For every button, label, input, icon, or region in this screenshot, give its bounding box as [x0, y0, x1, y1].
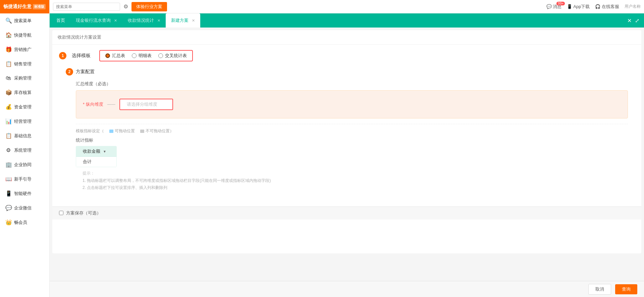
tab-receipts-close[interactable]: ✕: [157, 18, 160, 23]
tab-cashflow-close[interactable]: ✕: [114, 18, 117, 23]
step1-section: 1 选择模板 汇总表 明细表 交叉统计表: [52, 45, 641, 206]
close-window-icon[interactable]: ✕: [627, 17, 632, 24]
content-area: 收款情况统计方案设置 1 选择模板 汇总表 明细表: [50, 28, 644, 281]
not-draggable-label: 不可拖动位置）: [146, 128, 174, 134]
sidebar-item-label: 新手引导: [14, 176, 32, 182]
guide-icon: 📖: [5, 176, 11, 182]
query-button[interactable]: 查询: [615, 284, 637, 294]
inventory-icon: 📦: [5, 89, 11, 96]
sidebar-item-quicknav[interactable]: 🏠 快捷导航: [0, 28, 49, 42]
cancel-button[interactable]: 取消: [588, 284, 611, 295]
tips-section: 提示： 1. 拖动标题栏可以调整布局，不可跨维度或指标区域拖动栏目字段(只能在同…: [76, 167, 628, 196]
sidebar-item-marketing[interactable]: 🎁 营销推广: [0, 42, 49, 57]
step1-label: 选择模板: [72, 53, 91, 59]
sidebar-item-operation[interactable]: 📊 经营管理: [0, 114, 49, 129]
sidebar-item-hardware[interactable]: 📱 智能硬件: [0, 186, 49, 201]
tip2: 2. 点击标题栏下拉可设置排序、插入列和删除列: [83, 184, 621, 192]
sidebar-item-label: 畅会员: [14, 219, 27, 226]
tips-title: 提示：: [83, 171, 95, 176]
stats-table-header[interactable]: 收款金额 ▼: [76, 146, 116, 157]
sidebar-item-corp[interactable]: 🏢 企业协同: [0, 157, 49, 172]
sidebar-item-system[interactable]: ⚙ 系统管理: [0, 143, 49, 157]
notification-count: 99+: [556, 2, 565, 5]
sidebar: 畅捷通好生意 标准版 🔍 搜索菜单 🏠 快捷导航 🎁 营销推广 📋 销售管理 🛍…: [0, 0, 50, 297]
dimension-area: * 纵向维度 —— 请选择分组维度: [76, 90, 628, 118]
radio-detail-input[interactable]: [132, 53, 137, 58]
sidebar-item-basic[interactable]: 📋 基础信息: [0, 129, 49, 143]
dimension-row-label: * 纵向维度: [83, 101, 103, 107]
radio-detail[interactable]: 明细表: [132, 53, 152, 59]
not-draggable-tag: 不可拖动位置）: [140, 128, 174, 134]
sidebar-item-label: 销售管理: [14, 61, 32, 67]
search-area[interactable]: [53, 3, 120, 11]
sidebar-item-label: 智能硬件: [14, 191, 32, 197]
sidebar-item-label: 企业协同: [14, 162, 32, 168]
gift-icon: 🎁: [5, 46, 11, 53]
tab-receipts[interactable]: 收款情况统计 ✕: [122, 13, 166, 28]
stats-table: 收款金额 ▼ 合计: [76, 146, 117, 167]
metrics-header: 模板指标设定（ 可拖动位置 不可拖动位置）: [76, 128, 628, 134]
finance-icon: 💰: [5, 104, 11, 110]
member-icon: 👑: [5, 219, 11, 226]
tab-newplan[interactable]: 新建方案 ✕: [166, 13, 200, 28]
notification-btn[interactable]: 💬 消息 99+: [546, 4, 562, 10]
radio-summary-input[interactable]: [105, 53, 110, 58]
radio-detail-label: 明细表: [139, 53, 152, 59]
sidebar-item-label: 资金管理: [14, 104, 32, 110]
step2-row: 2 方案配置: [66, 68, 628, 76]
draggable-label: 可拖动位置: [115, 128, 135, 134]
sidebar-item-label: 营销推广: [14, 47, 32, 53]
download-btn[interactable]: 📱 App下载: [567, 4, 590, 10]
corp-icon: 🏢: [5, 161, 11, 168]
search-icon: 🔍: [5, 17, 11, 24]
sidebar-item-inventory[interactable]: 📦 库存核算: [0, 85, 49, 100]
radio-cross-input[interactable]: [158, 53, 163, 58]
operation-icon: 📊: [5, 118, 11, 125]
step1-row: 1 选择模板 汇总表 明细表 交叉统计表: [59, 50, 635, 61]
version-badge: 标准版: [33, 4, 46, 9]
sidebar-item-finance[interactable]: 💰 资金管理: [0, 100, 49, 114]
tab-receipts-label: 收款情况统计: [128, 17, 154, 23]
sidebar-item-purchase[interactable]: 🛍 采购管理: [0, 71, 49, 85]
dimension-title: 汇总维度（必选）: [76, 81, 628, 87]
settings-icon[interactable]: ⚙: [123, 3, 128, 10]
radio-cross[interactable]: 交叉统计表: [158, 53, 187, 59]
save-label: 方案保存（可选）: [66, 210, 101, 216]
sidebar-item-label: 搜索菜单: [14, 18, 32, 24]
step2-label: 方案配置: [76, 69, 95, 75]
metrics-title-text: 模板指标设定（: [76, 128, 104, 134]
topbar-right: 💬 消息 99+ 📱 App下载 🎧 在线客服 用户名称: [546, 4, 641, 10]
sidebar-item-label: 系统管理: [14, 147, 32, 153]
tab-home[interactable]: 首页: [51, 13, 70, 28]
main-area: ⚙ 体验行业方案 💬 消息 99+ 📱 App下载 🎧 在线客服 用户名称 首页…: [50, 0, 644, 297]
home-icon: 🏠: [5, 32, 11, 38]
dimension-select[interactable]: 请选择分组维度: [119, 99, 173, 110]
sidebar-item-label: 企业微信: [14, 205, 32, 211]
sidebar-item-label: 库存核算: [14, 90, 32, 96]
user-name: 用户名称: [625, 4, 641, 9]
dropdown-arrow-icon[interactable]: ▼: [103, 150, 106, 153]
sidebar-item-sales[interactable]: 📋 销售管理: [0, 57, 49, 71]
service-btn[interactable]: 🎧 在线客服: [595, 4, 619, 10]
template-select-box: 汇总表 明细表 交叉统计表: [99, 50, 193, 61]
sidebar-item-member[interactable]: 👑 畅会员: [0, 215, 49, 230]
search-input[interactable]: [53, 3, 120, 11]
sidebar-item-wechat[interactable]: 💬 企业微信: [0, 201, 49, 215]
maximize-icon[interactable]: ⤢: [635, 17, 639, 24]
app-logo: 畅捷通好生意 标准版: [0, 0, 49, 13]
save-checkbox[interactable]: [59, 211, 63, 215]
tab-controls: ✕ ⤢: [627, 17, 643, 24]
radio-summary[interactable]: 汇总表: [105, 53, 125, 59]
not-draggable-icon: [140, 130, 144, 133]
tab-newplan-close[interactable]: ✕: [192, 18, 195, 23]
wechat-icon: 💬: [5, 205, 11, 211]
sidebar-item-label: 快捷导航: [14, 32, 32, 38]
nav-tabs: 首页 现金银行流水查询 ✕ 收款情况统计 ✕ 新建方案 ✕ ✕ ⤢: [50, 13, 644, 28]
sidebar-item-label: 经营管理: [14, 118, 32, 125]
tab-cashflow[interactable]: 现金银行流水查询 ✕: [70, 13, 122, 28]
sidebar-item-search[interactable]: 🔍 搜索菜单: [0, 13, 49, 28]
sidebar-item-guide[interactable]: 📖 新手引导: [0, 172, 49, 186]
sales-icon: 📋: [5, 61, 11, 67]
industry-btn[interactable]: 体验行业方案: [131, 2, 167, 11]
tab-newplan-label: 新建方案: [171, 17, 189, 23]
